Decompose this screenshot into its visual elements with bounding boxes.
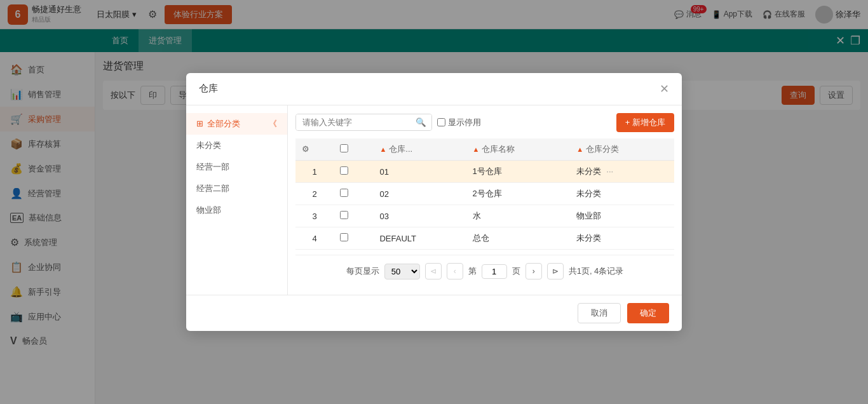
- page-input[interactable]: [482, 264, 507, 279]
- row-checkbox[interactable]: [334, 205, 373, 227]
- prev-page-button[interactable]: ‹: [447, 263, 463, 279]
- table-row[interactable]: 4 DEFAULT 总仓 未分类: [295, 227, 674, 250]
- search-button[interactable]: 🔍: [410, 114, 431, 130]
- category-item-property[interactable]: 物业部: [186, 199, 287, 221]
- sort-icon-code: ▲: [379, 145, 386, 153]
- table-row[interactable]: 2 02 2号仓库 未分类: [295, 183, 674, 205]
- category-item-ops2[interactable]: 经营二部: [186, 178, 287, 199]
- warehouse-table: ⚙ ▲ 仓库... ▲ 仓库名称: [295, 138, 674, 250]
- page-total: 共1页, 4条记录: [569, 266, 624, 277]
- row-name: 水: [466, 205, 571, 227]
- table-area: 🔍 显示停用 + 新增仓库 ⚙: [288, 105, 682, 295]
- row-code: 03: [373, 205, 466, 227]
- table-toolbar: 🔍 显示停用 + 新增仓库: [295, 113, 674, 132]
- show-disabled-label[interactable]: 显示停用: [437, 117, 481, 128]
- add-warehouse-button[interactable]: + 新增仓库: [616, 113, 674, 132]
- page-suffix: 页: [512, 266, 520, 277]
- row-checkbox[interactable]: [334, 160, 373, 183]
- row-num: 4: [295, 227, 334, 250]
- search-input[interactable]: [296, 114, 410, 130]
- collapse-icon[interactable]: 《: [269, 118, 277, 130]
- pagination: 每页显示 50 20 100 ⊲ ‹ 第 页 › ⊳ 共1页, 4条记录: [295, 255, 674, 287]
- col-code: ▲ 仓库...: [373, 138, 466, 161]
- select-all-checkbox[interactable]: [340, 144, 348, 152]
- per-page-label: 每页显示: [346, 266, 379, 277]
- category-item-ops1[interactable]: 经营一部: [186, 156, 287, 178]
- last-page-button[interactable]: ⊳: [547, 263, 564, 279]
- category-item-unclassified[interactable]: 未分类: [186, 135, 287, 156]
- grid-icon: ⊞: [196, 119, 203, 128]
- row-num: 3: [295, 205, 334, 227]
- warehouse-modal: 仓库 ✕ ⊞ 全部分类 《 未分类 经营一部 经营二部: [186, 73, 682, 332]
- row-category: 未分类: [570, 183, 674, 205]
- show-disabled-checkbox[interactable]: [437, 118, 445, 126]
- cancel-button[interactable]: 取消: [578, 303, 621, 323]
- row-code: 02: [373, 183, 466, 205]
- modal-close-button[interactable]: ✕: [660, 82, 669, 96]
- first-page-button[interactable]: ⊲: [425, 263, 442, 279]
- row-num: 1: [295, 160, 334, 183]
- per-page-select[interactable]: 50 20 100: [384, 264, 420, 279]
- col-settings: ⚙: [295, 138, 334, 161]
- row-checkbox[interactable]: [334, 227, 373, 250]
- row-checkbox[interactable]: [334, 183, 373, 205]
- row-category: 物业部: [570, 205, 674, 227]
- col-checkbox: [334, 138, 373, 161]
- category-sidebar: ⊞ 全部分类 《 未分类 经营一部 经营二部 物业部: [186, 105, 288, 295]
- modal-title: 仓库: [199, 83, 218, 95]
- sort-icon-category: ▲: [576, 145, 583, 153]
- modal-header: 仓库 ✕: [186, 73, 682, 105]
- confirm-button[interactable]: 确定: [627, 303, 669, 323]
- modal-overlay: 仓库 ✕ ⊞ 全部分类 《 未分类 经营一部 经营二部: [0, 0, 868, 404]
- modal-body: ⊞ 全部分类 《 未分类 经营一部 经营二部 物业部: [186, 105, 682, 295]
- row-category: 未分类···: [570, 161, 674, 183]
- col-name: ▲ 仓库名称: [466, 138, 571, 161]
- sort-icon-name: ▲: [473, 145, 480, 153]
- all-categories-label: 全部分类: [207, 118, 240, 130]
- table-row[interactable]: 3 03 水 物业部: [295, 205, 674, 227]
- row-num: 2: [295, 183, 334, 205]
- row-category: 未分类: [570, 227, 674, 250]
- row-name: 2号仓库: [466, 183, 571, 205]
- row-actions-button[interactable]: ···: [606, 166, 613, 176]
- table-row[interactable]: 1 01 1号仓库 未分类···: [295, 160, 674, 183]
- col-category: ▲ 仓库分类: [570, 138, 674, 161]
- next-page-button[interactable]: ›: [526, 263, 542, 279]
- modal-footer: 取消 确定: [186, 295, 682, 331]
- page-label: 第: [468, 266, 477, 277]
- search-input-wrap: 🔍: [295, 114, 432, 131]
- row-code: DEFAULT: [373, 227, 466, 250]
- row-code: 01: [373, 160, 466, 183]
- all-categories-item[interactable]: ⊞ 全部分类 《: [186, 113, 287, 135]
- row-name: 总仓: [466, 227, 571, 250]
- row-name: 1号仓库: [466, 160, 571, 183]
